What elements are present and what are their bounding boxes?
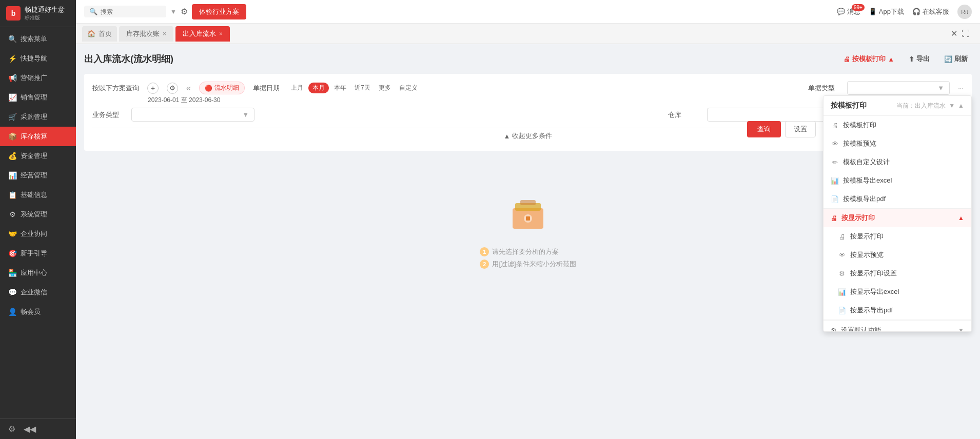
date-btn-last-month[interactable]: 上月 — [288, 83, 306, 93]
template-export-excel-item[interactable]: 📊 按模板导出excel — [824, 171, 971, 190]
empty-hint-2: 2 用[过滤]条件来缩小分析范围 — [480, 260, 576, 269]
search-input[interactable] — [101, 8, 152, 15]
collapse-icon[interactable]: ◀◀ — [24, 424, 36, 434]
sidebar-item-marketing[interactable]: 📢 营销推广 — [0, 68, 76, 88]
search-icon: 🔍 — [89, 8, 97, 15]
tab-batch-account[interactable]: 库存批次账 × — [119, 26, 173, 42]
type-more-btn[interactable]: ··· — [958, 84, 964, 92]
maximize-icon[interactable]: ⛶ — [962, 29, 970, 38]
filter-add-button[interactable]: + — [147, 83, 159, 94]
messages-badge: 99+ — [852, 4, 865, 11]
export-label: 导出 — [916, 54, 930, 64]
brand-name: 畅捷通好生意 — [25, 5, 65, 14]
print-template-btn[interactable]: 🖨 按模板打印 ▲ — [839, 52, 898, 66]
settings-button[interactable]: 设置 — [785, 121, 816, 137]
dropdown-footer-arrow: ▼ — [958, 327, 964, 331]
sidebar-item-guide[interactable]: 🎯 新手引导 — [0, 244, 76, 263]
filter-setting-button[interactable]: ⚙ — [167, 83, 178, 94]
display-section-header-label: 按显示打印 — [841, 213, 875, 223]
template-custom-label: 模板自定义设计 — [843, 157, 890, 167]
display-section-header[interactable]: 🖨 按显示打印 ▲ — [824, 209, 971, 227]
query-button[interactable]: 查询 — [747, 121, 781, 137]
date-btn-more[interactable]: 更多 — [376, 83, 394, 93]
tab-flow-label: 出入库流水 — [183, 29, 216, 38]
sidebar-label-purchase: 采购管理 — [21, 112, 47, 122]
settings-icon[interactable]: ⚙ — [8, 424, 15, 434]
type-select[interactable]: ▼ — [847, 81, 950, 95]
sidebar-item-wechat[interactable]: 💬 企业微信 — [0, 283, 76, 302]
sidebar-logo: b 畅捷通好生意 标准版 — [0, 0, 76, 27]
customer-service-btn[interactable]: 🎧 在线客服 — [912, 7, 949, 16]
sidebar-icon-appstore: 🏪 — [8, 269, 16, 277]
close-window-icon[interactable]: ✕ — [951, 29, 957, 38]
topbar-gear-icon[interactable]: ⚙ — [181, 7, 188, 16]
filter-tag-icon: 🔴 — [205, 85, 212, 92]
export-btn[interactable]: ⬆ 导出 — [905, 52, 934, 66]
headset-icon: 🎧 — [912, 8, 920, 15]
date-btn-custom[interactable]: 自定义 — [396, 83, 421, 93]
tab-home[interactable]: 🏠 首页 — [82, 26, 117, 42]
download-icon: 📱 — [869, 8, 877, 15]
dropdown-title: 按模板打印 — [831, 101, 867, 110]
customer-service-label: 在线客服 — [923, 7, 949, 16]
settings-default-icon: ⚙ — [831, 327, 837, 332]
date-btn-this-year[interactable]: 本年 — [331, 83, 349, 93]
refresh-btn[interactable]: 🔄 刷新 — [940, 52, 972, 66]
sidebar-item-quick-nav[interactable]: ⚡ 快捷导航 — [0, 49, 76, 68]
sidebar-icon-collab: 🤝 — [8, 230, 16, 238]
tab-flow[interactable]: 出入库流水 × — [175, 26, 230, 42]
user-avatar[interactable]: Rit — [957, 5, 972, 19]
sidebar-item-operations[interactable]: 📊 经营管理 — [0, 166, 76, 185]
messages-btn[interactable]: 💬 消息 99+ — [837, 7, 860, 16]
search-dropdown-icon[interactable]: ▼ — [170, 8, 177, 15]
display-preview-item[interactable]: 👁 按显示预览 — [824, 246, 971, 264]
sidebar-icon-marketing: 📢 — [8, 74, 16, 82]
display-export-excel-item[interactable]: 📊 按显示导出excel — [824, 283, 971, 301]
date-label: 单据日期 — [253, 84, 280, 93]
biz-type-label: 业务类型 — [92, 110, 123, 119]
sidebar-item-finance[interactable]: 💰 资金管理 — [0, 146, 76, 166]
collapse-label: 收起更多条件 — [512, 131, 552, 141]
sidebar-item-member[interactable]: 👤 畅会员 — [0, 302, 76, 322]
empty-hints: 1 请先选择要分析的方案 2 用[过滤]条件来缩小分析范围 — [480, 247, 576, 269]
biz-type-select[interactable]: ▼ — [131, 108, 254, 122]
sidebar-item-purchase[interactable]: 🛒 采购管理 — [0, 107, 76, 127]
display-print-settings-item[interactable]: ⚙ 按显示打印设置 — [824, 264, 971, 283]
sidebar-item-inventory[interactable]: 📦 库存核算 — [0, 127, 76, 146]
dropdown-header-arrow[interactable]: ▼ — [949, 102, 955, 109]
page-title-row: 出入库流水(流水明细) 🖨 按模板打印 ▲ ⬆ 导出 🔄 刷新 — [84, 52, 972, 66]
sidebar-item-system[interactable]: ⚙ 系统管理 — [0, 205, 76, 224]
sidebar-item-collab[interactable]: 🤝 企业协同 — [0, 224, 76, 244]
sidebar-item-appstore[interactable]: 🏪 应用中心 — [0, 263, 76, 283]
filter-tag-item[interactable]: 🔴 流水明细 — [199, 82, 245, 94]
hint-2-text: 用[过滤]条件来缩小分析范围 — [492, 260, 576, 269]
tab-flow-close[interactable]: × — [219, 30, 223, 37]
sidebar-label-inventory: 库存核算 — [21, 132, 47, 141]
template-print-item[interactable]: 🖨 按模板打印 — [824, 116, 971, 134]
filter-collapse-icon[interactable]: « — [186, 84, 191, 93]
empty-hint-1: 1 请先选择要分析的方案 — [480, 247, 576, 256]
template-export-pdf-item[interactable]: 📄 按模板导出pdf — [824, 190, 971, 208]
display-print-settings-label: 按显示打印设置 — [850, 269, 897, 278]
date-btn-7days[interactable]: 近7天 — [351, 83, 374, 93]
sidebar-label-sales: 销售管理 — [21, 93, 47, 102]
topbar-search-box[interactable]: 🔍 — [84, 6, 166, 17]
date-btn-this-month[interactable]: 本月 — [308, 83, 329, 93]
template-preview-item[interactable]: 👁 按模板预览 — [824, 134, 971, 153]
tab-batch-account-close[interactable]: × — [163, 30, 166, 37]
content-area: 出入库流水(流水明细) 🖨 按模板打印 ▲ ⬆ 导出 🔄 刷新 — [76, 44, 980, 439]
trial-button[interactable]: 体验行业方案 — [192, 4, 246, 19]
template-custom-item[interactable]: ✏ 模板自定义设计 — [824, 153, 971, 171]
sidebar-item-search[interactable]: 🔍 搜索菜单 — [0, 29, 76, 49]
sidebar-item-basic[interactable]: 📋 基础信息 — [0, 185, 76, 205]
display-print-item[interactable]: 🖨 按显示打印 — [824, 227, 971, 246]
dropdown-footer[interactable]: ⚙ 设置默认功能 ▼ — [824, 320, 971, 331]
scroll-up-icon[interactable]: ▲ — [958, 102, 964, 109]
display-export-pdf-item[interactable]: 📄 按显示导出pdf — [824, 301, 971, 320]
window-controls: ✕ ⛶ — [947, 24, 974, 44]
display-print-icon: 🖨 — [838, 232, 846, 241]
display-section-chevron[interactable]: ▲ — [958, 214, 964, 222]
app-download-btn[interactable]: 📱 App下载 — [869, 7, 904, 16]
dropdown-panel-body: 🖨 按模板打印 👁 按模板预览 ✏ 模板自定义设计 📊 按模板导出excel — [824, 116, 971, 331]
sidebar-item-sales[interactable]: 📈 销售管理 — [0, 88, 76, 107]
